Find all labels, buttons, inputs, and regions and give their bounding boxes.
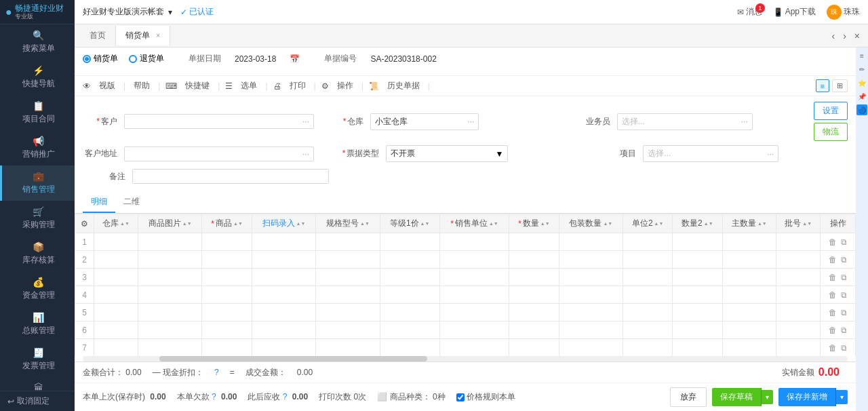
- side-action-2[interactable]: ✏: [856, 64, 867, 75]
- side-action-1[interactable]: ≡: [856, 50, 867, 61]
- sidebar-item-capital[interactable]: 💰 资金管理: [0, 271, 75, 307]
- row-unit2[interactable]: [623, 286, 673, 304]
- row-unit2[interactable]: [623, 251, 673, 269]
- warehouse-dots[interactable]: ···: [467, 117, 474, 126]
- history-btn[interactable]: 历史单据: [384, 79, 422, 93]
- row-barcode[interactable]: [252, 286, 316, 304]
- grid-view-btn[interactable]: ≡: [816, 79, 829, 92]
- message-btn[interactable]: ✉ 消息 1: [737, 6, 762, 18]
- row-qty[interactable]: [509, 304, 559, 321]
- row-delete-btn[interactable]: 🗑: [828, 342, 837, 353]
- row-batch[interactable]: [776, 339, 821, 357]
- row-qty2[interactable]: [673, 269, 722, 286]
- row-delete-btn[interactable]: 🗑: [828, 254, 837, 265]
- row-image[interactable]: [138, 269, 202, 286]
- save-draft-btn[interactable]: 保存草稿: [712, 388, 762, 406]
- row-unit2[interactable]: [623, 304, 673, 321]
- table-container[interactable]: ⚙ 仓库 ▲▼ 商品图片: [75, 214, 856, 356]
- row-unit[interactable]: [439, 286, 509, 304]
- customer-dots[interactable]: ···: [302, 117, 309, 126]
- row-pack-qty[interactable]: [559, 233, 623, 251]
- row-main-qty[interactable]: [722, 304, 776, 321]
- row-barcode[interactable]: [252, 321, 316, 339]
- row-pack-qty[interactable]: [559, 286, 623, 304]
- row-unit[interactable]: [439, 269, 509, 286]
- row-qty[interactable]: [509, 286, 559, 304]
- row-barcode[interactable]: [252, 304, 316, 321]
- row-main-qty[interactable]: [722, 269, 776, 286]
- row-product[interactable]: [202, 304, 252, 321]
- row-delete-btn[interactable]: 🗑: [828, 237, 837, 248]
- row-unit2[interactable]: [623, 339, 673, 357]
- row-qty[interactable]: [509, 321, 559, 339]
- row-product[interactable]: [202, 321, 252, 339]
- row-copy-btn[interactable]: ⧉: [840, 307, 848, 318]
- th-barcode[interactable]: 扫码录入 ▲▼: [252, 214, 316, 233]
- horizontal-scrollbar[interactable]: [83, 356, 848, 361]
- row-barcode[interactable]: [252, 233, 316, 251]
- row-barcode[interactable]: [252, 339, 316, 357]
- ops-btn[interactable]: 操作: [334, 79, 356, 93]
- setup-btn[interactable]: 设置: [814, 102, 848, 120]
- radio-sales[interactable]: 销货单: [83, 53, 118, 64]
- th-batch[interactable]: 批号 ▲▼: [776, 214, 821, 233]
- price-rule-checkbox[interactable]: 价格规则本单: [456, 391, 515, 403]
- row-batch[interactable]: [776, 233, 821, 251]
- row-unit[interactable]: [439, 304, 509, 321]
- row-image[interactable]: [138, 233, 202, 251]
- sidebar-item-inventory[interactable]: 📦 库存核算: [0, 236, 75, 271]
- tab-close-all-btn[interactable]: ×: [852, 29, 863, 43]
- row-qty2[interactable]: [673, 321, 722, 339]
- sidebar-item-invoice[interactable]: 🧾 发票管理: [0, 342, 75, 377]
- row-warehouse[interactable]: [94, 269, 138, 286]
- sidebar-item-purchase[interactable]: 🛒 采购管理: [0, 201, 75, 236]
- row-batch[interactable]: [776, 286, 821, 304]
- th-settings[interactable]: ⚙: [75, 214, 94, 233]
- th-product[interactable]: *商品 ▲▼: [202, 214, 252, 233]
- row-batch[interactable]: [776, 269, 821, 286]
- save-new-arrow-btn[interactable]: ▾: [836, 390, 848, 404]
- sidebar-item-marketing[interactable]: 📢 营销推广: [0, 130, 75, 165]
- row-price1[interactable]: [380, 233, 439, 251]
- row-spec[interactable]: [316, 321, 380, 339]
- sidebar-item-sales[interactable]: 💼 销售管理: [0, 165, 75, 201]
- shortcut-btn[interactable]: 快捷键: [182, 79, 212, 93]
- row-price1[interactable]: [380, 286, 439, 304]
- price-rule-check-input[interactable]: [456, 393, 465, 402]
- radio-return[interactable]: 退货单: [129, 53, 164, 64]
- calendar-icon[interactable]: 📅: [290, 54, 300, 64]
- tab-close-icon[interactable]: ×: [156, 32, 160, 39]
- row-unit[interactable]: [439, 251, 509, 269]
- row-warehouse[interactable]: [94, 233, 138, 251]
- row-delete-btn[interactable]: 🗑: [828, 307, 837, 318]
- row-copy-btn[interactable]: ⧉: [840, 237, 848, 248]
- list-view-btn[interactable]: ⊞: [832, 79, 848, 92]
- row-qty2[interactable]: [673, 251, 722, 269]
- row-warehouse[interactable]: [94, 286, 138, 304]
- warehouse-input[interactable]: 小宝仓库 ···: [370, 113, 479, 130]
- row-image[interactable]: [138, 304, 202, 321]
- note-input[interactable]: [132, 169, 329, 184]
- row-qty[interactable]: [509, 339, 559, 357]
- row-qty2[interactable]: [673, 233, 722, 251]
- th-pack-qty[interactable]: 包装数量 ▲▼: [559, 214, 623, 233]
- company-selector[interactable]: 好业财专业版演示帐套 ▾: [83, 6, 172, 18]
- row-price1[interactable]: [380, 339, 439, 357]
- row-delete-btn[interactable]: 🗑: [828, 325, 837, 336]
- row-batch[interactable]: [776, 304, 821, 321]
- row-warehouse[interactable]: [94, 304, 138, 321]
- row-product[interactable]: [202, 251, 252, 269]
- row-spec[interactable]: [316, 233, 380, 251]
- row-pack-qty[interactable]: [559, 251, 623, 269]
- row-qty[interactable]: [509, 233, 559, 251]
- th-unit[interactable]: *销售单位 ▲▼: [439, 214, 509, 233]
- th-unit2[interactable]: 单位2 ▲▼: [623, 214, 673, 233]
- row-product[interactable]: [202, 269, 252, 286]
- th-image[interactable]: 商品图片 ▲▼: [138, 214, 202, 233]
- receivable-help-icon[interactable]: ?: [283, 392, 288, 402]
- row-price1[interactable]: [380, 251, 439, 269]
- row-main-qty[interactable]: [722, 233, 776, 251]
- row-copy-btn[interactable]: ⧉: [840, 254, 848, 265]
- th-price1[interactable]: 等级1价 ▲▼: [380, 214, 439, 233]
- row-product[interactable]: [202, 339, 252, 357]
